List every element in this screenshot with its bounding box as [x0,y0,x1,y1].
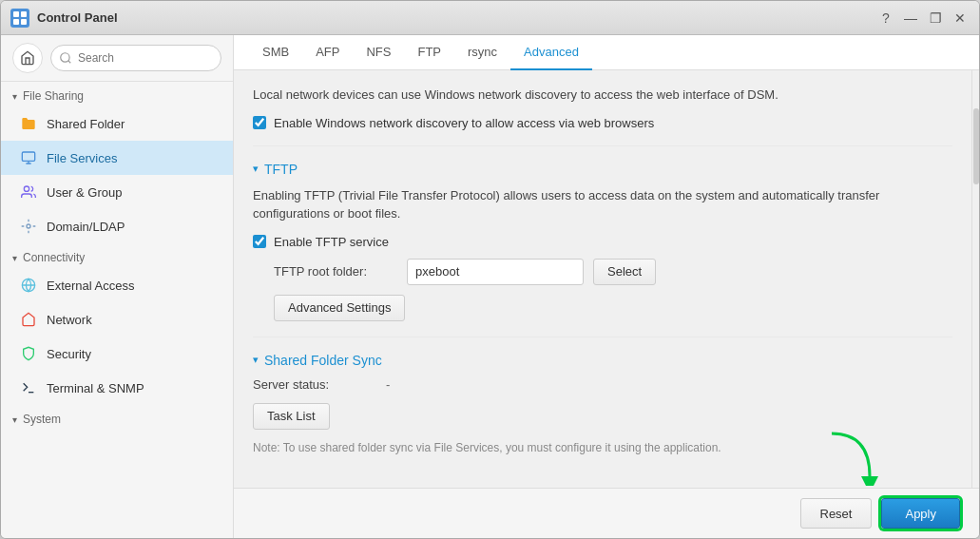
sidebar-item-label-file-services: File Services [47,151,117,165]
network-discovery-checkbox-row: Enable Windows network discovery to allo… [253,116,952,130]
security-icon [20,345,37,362]
sync-note: Note: To use shared folder sync via File… [253,439,952,456]
home-button[interactable] [12,43,43,73]
window-body: ▾ File Sharing Shared Folder [1,35,979,538]
svg-point-6 [27,224,30,228]
sidebar-item-terminal-snmp[interactable]: Terminal & SNMP [1,371,233,405]
tftp-arrow: ▾ [253,163,259,175]
sidebar-group-connectivity: ▾ Connectivity External Access [1,243,233,405]
maximize-button[interactable]: ❐ [926,9,945,28]
sidebar-item-label-user-group: User & Group [47,185,122,200]
domain-icon [20,218,37,235]
tab-bar: SMB AFP NFS FTP rsync Advanced [234,35,979,70]
external-access-icon [20,277,37,294]
sidebar-item-domain-ldap[interactable]: Domain/LDAP [1,209,233,243]
sidebar-item-network[interactable]: Network [1,302,233,337]
close-button[interactable]: ✕ [951,9,970,28]
reset-button[interactable]: Reset [800,498,873,529]
tab-nfs[interactable]: NFS [353,35,404,70]
tftp-root-folder-input[interactable] [407,259,584,285]
tftp-enable-checkbox[interactable] [253,235,266,248]
sync-title: Shared Folder Sync [264,353,382,368]
svg-rect-2 [13,19,19,25]
svg-rect-3 [21,19,27,25]
tftp-advanced-settings-row: Advanced Settings [274,295,952,321]
divider-2 [253,337,952,337]
tab-afp[interactable]: AFP [302,35,353,70]
main-wrapper: SMB AFP NFS FTP rsync Advanced [234,35,979,538]
sidebar-item-label-terminal-snmp: Terminal & SNMP [47,381,144,395]
tftp-select-button[interactable]: Select [593,259,656,285]
apply-button[interactable]: Apply [881,498,960,529]
scroll-content: Local network devices can use Windows ne… [234,70,971,488]
tftp-root-folder-label: TFTP root folder: [274,264,397,279]
task-list-row: Task List [253,403,952,430]
tab-smb[interactable]: SMB [249,35,302,70]
server-status-label: Server status: [253,377,376,392]
terminal-icon [20,379,37,396]
network-icon [20,311,37,328]
tftp-section-header: ▾ TFTP [253,162,952,177]
sidebar-item-user-group[interactable]: User & Group [1,175,233,209]
collapse-arrow: ▾ [12,91,17,102]
folder-icon [20,115,37,132]
window-title: Control Panel [37,10,869,25]
tab-advanced[interactable]: Advanced [510,35,592,70]
scrollbar-thumb [973,108,979,184]
help-button[interactable]: ? [876,9,895,28]
fileservice-icon [20,149,37,166]
sidebar-group-label-system: System [23,413,61,426]
tftp-enable-row: Enable TFTP service [253,235,952,249]
titlebar: Control Panel ? — ❐ ✕ [1,1,979,35]
minimize-button[interactable]: — [901,9,920,28]
sidebar-item-file-services[interactable]: File Services [1,141,233,175]
content-scroll: Local network devices can use Windows ne… [234,70,979,488]
tftp-root-folder-row: TFTP root folder: Select [274,259,952,285]
server-status-row: Server status: - [253,377,952,392]
tab-rsync[interactable]: rsync [454,35,510,70]
window-controls: ? — ❐ ✕ [876,9,970,28]
sidebar-group-file-sharing: ▾ File Sharing Shared Folder [1,82,233,175]
task-list-button[interactable]: Task List [253,403,330,430]
sidebar-item-label-shared-folder: Shared Folder [47,117,125,131]
network-discovery-checkbox[interactable] [253,116,266,129]
sidebar-item-label-security: Security [47,347,91,361]
scrollbar[interactable] [971,70,979,488]
svg-rect-0 [13,11,19,17]
tftp-title: TFTP [264,162,298,177]
network-discovery-description: Local network devices can use Windows ne… [253,86,952,105]
network-discovery-label: Enable Windows network discovery to allo… [274,116,654,130]
sidebar-item-shared-folder[interactable]: Shared Folder [1,106,233,141]
sidebar-group-header-file-sharing[interactable]: ▾ File Sharing [1,82,233,106]
sidebar-group-system: ▾ System [1,405,233,430]
sidebar-group-label-connectivity: Connectivity [23,251,85,264]
server-status-value: - [386,377,390,392]
connectivity-arrow: ▾ [12,253,17,263]
users-icon [20,183,37,201]
tab-ftp[interactable]: FTP [404,35,454,70]
shared-folder-sync-header: ▾ Shared Folder Sync [253,353,952,368]
tftp-enable-label: Enable TFTP service [274,235,389,249]
search-input[interactable] [50,45,221,71]
sidebar-group-label-file-sharing: File Sharing [23,89,84,103]
divider-1 [253,145,952,146]
tftp-description: Enabling TFTP (Trivial File Transfer Pro… [253,186,952,223]
sync-arrow: ▾ [253,354,259,366]
control-panel-window: Control Panel ? — ❐ ✕ [0,0,980,539]
tftp-advanced-settings-button[interactable]: Advanced Settings [274,295,405,321]
sidebar-item-external-access[interactable]: External Access [1,268,233,302]
sidebar: ▾ File Sharing Shared Folder [1,35,234,538]
footer: Reset Apply [234,488,979,538]
system-arrow: ▾ [12,414,17,425]
svg-rect-1 [21,11,27,17]
sidebar-item-label-external-access: External Access [47,279,135,293]
svg-point-5 [24,186,29,191]
svg-rect-4 [22,152,34,161]
sidebar-group-header-connectivity[interactable]: ▾ Connectivity [1,243,233,268]
sidebar-group-header-system[interactable]: ▾ System [1,405,233,430]
sidebar-item-security[interactable]: Security [1,337,233,371]
sidebar-item-label-domain-ldap: Domain/LDAP [47,220,125,234]
app-icon [10,9,29,28]
sidebar-item-label-network: Network [47,313,92,327]
